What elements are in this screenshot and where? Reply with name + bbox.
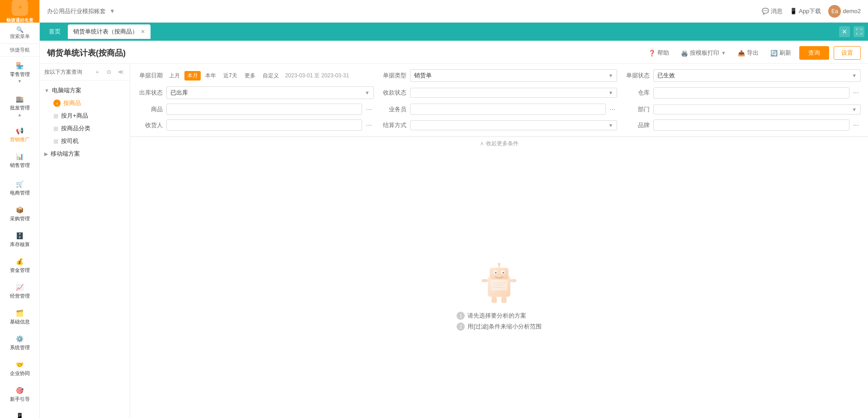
marketing-icon: 📢: [15, 126, 24, 135]
export-icon: 📤: [738, 50, 745, 57]
sidebar-item-finance[interactable]: 💰 资金管理: [0, 252, 39, 278]
app-logo: 🔸 畅捷通好生意: [0, 0, 39, 23]
filter-row-3: 商品 ··· 业务员 ···: [137, 104, 861, 115]
tree-item-pc[interactable]: ▼ 电脑端方案: [40, 84, 130, 97]
out-status-label: 出库状态: [137, 89, 163, 97]
tab-close-btn[interactable]: ✕: [141, 28, 145, 35]
payment-method-arrow: ▼: [608, 123, 613, 128]
settings-btn[interactable]: 设置: [834, 46, 861, 60]
doc-type-select[interactable]: 销货单 ▼: [410, 69, 618, 82]
warehouse-input[interactable]: [653, 87, 849, 99]
sidebar-item-marketing[interactable]: 📢 营销推广: [0, 122, 39, 147]
sidebar-item-operations[interactable]: 📈 经营管理: [0, 278, 39, 304]
filter-row-2: 出库状态 已出库 ▼ 收款状态: [137, 86, 861, 99]
quick-nav[interactable]: 快捷导航: [0, 44, 39, 57]
query-btn[interactable]: 查询: [799, 46, 829, 60]
refresh-btn[interactable]: 🔄 刷新: [767, 47, 795, 59]
tree-item-by-category[interactable]: ▦ 按商品分类: [49, 122, 130, 135]
filter-out-status: 出库状态 已出库 ▼: [137, 86, 374, 99]
workspace-dropdown-icon[interactable]: ▼: [109, 8, 115, 14]
page-header: 销货单统计表(按商品) ❓ 帮助 🖨️ 按模板打印 ▼ 📤 导出: [40, 41, 868, 64]
date-tab-7days[interactable]: 近7天: [221, 71, 240, 81]
sidebar-item-beginner[interactable]: 🎯 新手引导: [0, 381, 39, 407]
help-icon: ❓: [648, 50, 656, 57]
content-inner: 销货单统计表(按商品) ❓ 帮助 🖨️ 按模板打印 ▼ 📤 导出: [40, 41, 868, 418]
collapse-panel-btn[interactable]: ≪: [116, 67, 125, 76]
filter-salesperson: 业务员 ···: [381, 104, 618, 115]
receiver-dots-btn[interactable]: ···: [364, 121, 373, 129]
payment-method-select[interactable]: ▼: [410, 120, 618, 130]
date-tab-this-month[interactable]: 本月: [184, 71, 201, 81]
edit-scheme-btn[interactable]: ⊙: [104, 67, 113, 76]
sidebar-item-purchase[interactable]: 📦 采购管理: [0, 201, 39, 227]
date-tab-more[interactable]: 更多: [242, 71, 258, 81]
tab-sales-stat[interactable]: 销货单统计表（按商品） ✕: [68, 24, 151, 39]
brand-input[interactable]: [653, 119, 849, 131]
goods-label: 商品: [137, 105, 163, 114]
sidebar-item-sales[interactable]: 📊 销售管理: [0, 147, 39, 173]
tree-item-by-driver[interactable]: ▦ 按司机: [49, 135, 130, 147]
topbar-right: 💬 消息 📱 App下载 Ea demo2: [762, 5, 861, 18]
download-icon: 📱: [790, 8, 797, 14]
filter-area: 单据日期 上月 本月 本年 近7天 更多 自定义: [130, 64, 868, 137]
collapse-bar[interactable]: ∧ 收起更多条件: [130, 137, 868, 150]
message-btn[interactable]: 💬 消息: [762, 7, 783, 15]
tab-home[interactable]: 首页: [43, 24, 66, 39]
out-status-control: 已出库 ▼: [166, 86, 374, 99]
filter-payment-method: 结算方式 ▼: [381, 120, 618, 130]
goods-input[interactable]: [166, 104, 362, 115]
date-label: 单据日期: [137, 71, 163, 80]
sidebar-item-apps[interactable]: 📱 应用中心: [0, 407, 39, 418]
sidebar-item-wholesale[interactable]: 🏬 批发管理 ▲: [0, 90, 39, 122]
page-actions: ❓ 帮助 🖨️ 按模板打印 ▼ 📤 导出 🔄 刷新: [645, 46, 861, 60]
user-menu[interactable]: Ea demo2: [828, 5, 861, 18]
tree-item-by-month-goods[interactable]: ▦ 按月+商品: [49, 109, 130, 122]
goods-dots-btn[interactable]: ···: [364, 105, 373, 114]
sidebar-item-system[interactable]: ⚙️ 系统管理: [0, 330, 39, 356]
add-scheme-btn[interactable]: ＋: [93, 67, 102, 76]
date-tab-last-month[interactable]: 上月: [166, 71, 183, 81]
template-print-btn[interactable]: 🖨️ 按模板打印 ▼: [677, 47, 730, 59]
ecommerce-icon: 🛒: [15, 180, 24, 189]
doc-status-label: 单据状态: [624, 71, 650, 80]
warehouse-dots-btn[interactable]: ···: [851, 89, 861, 97]
date-tab-custom[interactable]: 自定义: [260, 71, 282, 81]
sidebar-item-ecommerce[interactable]: 🛒 电商管理: [0, 175, 39, 201]
sidebar-item-inventory[interactable]: 🗄️ 库存核算: [0, 227, 39, 252]
salesperson-dots-btn[interactable]: ···: [608, 105, 617, 114]
app-download-btn[interactable]: 📱 App下载: [790, 7, 821, 15]
brand-dots-btn[interactable]: ···: [851, 121, 861, 129]
brand-label: 品牌: [624, 121, 650, 129]
close-tab-btn[interactable]: ✕: [839, 26, 850, 37]
receiver-input[interactable]: [166, 119, 362, 131]
date-range-display: 2023-03-01 至 2023-03-31: [285, 72, 349, 80]
search-menu[interactable]: 🔍 搜索菜单: [0, 23, 39, 44]
tree-item-mobile[interactable]: ▶ 移动端方案: [40, 147, 130, 160]
sidebar-item-basic[interactable]: 🗂️ 基础信息: [0, 304, 39, 330]
sales-icon: 📊: [15, 152, 24, 161]
topbar: 办公用品行业模拟账套 ▼ 💬 消息 📱 App下载 Ea demo2: [40, 0, 868, 23]
beginner-icon: 🎯: [15, 386, 24, 395]
app-sidebar: 🔸 畅捷通好生意 🔍 搜索菜单 快捷导航 🏪 零售管理 ▼ 🏬 批发管理 ▲ 📢…: [0, 0, 40, 418]
maximize-btn[interactable]: ⛶: [854, 26, 864, 37]
sidebar-item-enterprise[interactable]: 🤝 企业协同: [0, 356, 39, 381]
tabbar-actions: ✕ ⛶: [839, 26, 864, 37]
date-tab-this-year[interactable]: 本年: [203, 71, 219, 81]
dept-select[interactable]: ▼: [653, 104, 861, 114]
grid-icon-3: ▦: [53, 138, 58, 144]
empty-tip-1: 1 请先选择要分析的方案: [457, 312, 541, 320]
salesperson-input[interactable]: [410, 104, 606, 115]
retail-icon: 🏪: [15, 61, 24, 70]
print-dropdown-icon: ▼: [721, 50, 726, 56]
dept-control: ▼: [653, 104, 861, 114]
sidebar-item-retail[interactable]: 🏪 零售管理 ▼: [0, 57, 39, 88]
svg-point-6: [495, 271, 496, 273]
payment-status-select[interactable]: ▼: [410, 88, 618, 98]
print-icon: 🖨️: [681, 50, 688, 57]
enterprise-icon: 🤝: [15, 360, 24, 369]
help-btn[interactable]: ❓ 帮助: [645, 47, 673, 59]
doc-status-select[interactable]: 已生效 ▼: [653, 69, 861, 82]
tree-item-by-goods[interactable]: ○ 按商品: [49, 97, 130, 109]
export-btn[interactable]: 📤 导出: [734, 47, 762, 59]
out-status-select[interactable]: 已出库 ▼: [166, 86, 374, 99]
